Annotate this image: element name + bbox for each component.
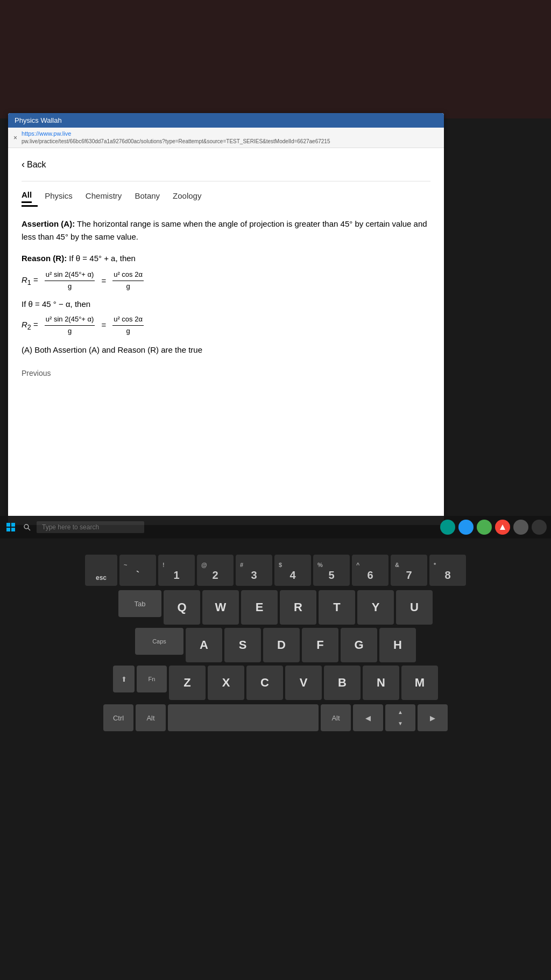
- arrow-down-icon: ▼: [398, 720, 403, 726]
- key-h[interactable]: H: [379, 628, 416, 662]
- r2-label: R2 =: [22, 318, 38, 333]
- r1-equals: =: [101, 275, 106, 288]
- key-arrow-up-down[interactable]: ▲ ▼: [385, 704, 415, 731]
- key-amp: &: [391, 562, 399, 568]
- r1-fraction2: u² cos 2α g: [112, 269, 144, 292]
- key-5-label: 5: [328, 569, 334, 582]
- assertion-title: Assertion (A):: [22, 219, 75, 228]
- key-arrow-left[interactable]: ◀: [353, 704, 383, 731]
- r2-fraction1: u² sin 2(45°+ α) g: [45, 314, 95, 337]
- key-at: @: [197, 562, 207, 568]
- key-f[interactable]: F: [302, 628, 338, 662]
- previous-label: Previous: [22, 369, 51, 377]
- key-space[interactable]: [168, 704, 319, 731]
- windows-icon[interactable]: [4, 521, 17, 534]
- key-ctrl[interactable]: Ctrl: [103, 704, 133, 731]
- key-q[interactable]: Q: [164, 590, 200, 625]
- url-bar: × https://www.pw.live pw.live/practice/t…: [8, 128, 444, 148]
- dark-background: [0, 0, 551, 118]
- r1-label: R1 =: [22, 274, 38, 288]
- key-7-label: 7: [406, 569, 412, 582]
- taskbar-right: [440, 520, 547, 535]
- key-d[interactable]: D: [263, 628, 300, 662]
- key-escape[interactable]: esc: [85, 555, 117, 586]
- key-n[interactable]: N: [363, 666, 399, 700]
- tab-zoology[interactable]: Zoology: [173, 191, 201, 202]
- assertion-text: The horizontal range is same when the an…: [22, 219, 427, 241]
- key-6[interactable]: ^ 6: [352, 555, 388, 586]
- key-caps[interactable]: Caps: [135, 628, 183, 655]
- r2-num1: u² sin 2(45°+ α): [45, 314, 95, 326]
- key-7[interactable]: & 7: [391, 555, 427, 586]
- key-z[interactable]: Z: [169, 666, 206, 700]
- key-4[interactable]: $ 4: [274, 555, 311, 586]
- fn-row: Ctrl Alt Alt ◀ ▲ ▼ ▶: [0, 704, 551, 731]
- reason-title: Reason (R):: [22, 254, 67, 263]
- taskbar-icon-red[interactable]: [495, 520, 510, 535]
- taskbar-search-input[interactable]: [37, 521, 144, 533]
- key-alt-right[interactable]: Alt: [321, 704, 351, 731]
- tab-botany[interactable]: Botany: [135, 191, 160, 202]
- key-5[interactable]: % 5: [313, 555, 350, 586]
- key-w[interactable]: W: [202, 590, 239, 625]
- key-shift-left[interactable]: ⬆: [113, 666, 135, 692]
- key-tab[interactable]: Tab: [118, 590, 161, 617]
- taskbar-icon-teal[interactable]: [440, 520, 455, 535]
- taskbar-icon-green[interactable]: [477, 520, 492, 535]
- key-x[interactable]: X: [208, 666, 244, 700]
- svg-rect-2: [6, 528, 10, 531]
- asdf-row: Caps A S D F G H: [0, 628, 551, 662]
- r2-den1: g: [67, 326, 73, 337]
- key-v[interactable]: V: [285, 666, 322, 700]
- key-y[interactable]: Y: [357, 590, 394, 625]
- back-label: Back: [27, 160, 46, 170]
- number-row: esc ~ ` ! 1 @ 2 # 3 $ 4 % 5 ^ 6 &: [0, 555, 551, 586]
- key-b[interactable]: B: [324, 666, 361, 700]
- key-3[interactable]: # 3: [236, 555, 272, 586]
- key-backtick-label: `: [136, 569, 140, 582]
- r2-equals: =: [101, 319, 106, 332]
- key-3-label: 3: [251, 569, 257, 582]
- key-m[interactable]: M: [401, 666, 438, 700]
- answer-line: (A) Both Assertion (A) and Reason (R) ar…: [22, 344, 430, 356]
- key-percent: %: [313, 562, 323, 568]
- key-8[interactable]: * 8: [429, 555, 466, 586]
- taskbar-icon-gray2[interactable]: [532, 520, 547, 535]
- taskbar-icon-gray1[interactable]: [513, 520, 528, 535]
- back-button[interactable]: ‹ Back: [22, 159, 430, 170]
- search-icon[interactable]: [20, 521, 33, 534]
- svg-rect-0: [6, 523, 10, 527]
- title-bar: Physics Wallah: [8, 113, 444, 128]
- svg-rect-1: [11, 523, 15, 527]
- r2-fraction2: u² cos 2α g: [112, 314, 144, 337]
- key-e[interactable]: E: [241, 590, 278, 625]
- key-arrow-right[interactable]: ▶: [418, 704, 448, 731]
- key-star: *: [429, 562, 436, 568]
- key-u[interactable]: U: [396, 590, 433, 625]
- tab-all[interactable]: All: [22, 190, 32, 203]
- chevron-left-icon: ‹: [22, 159, 25, 170]
- key-fn[interactable]: Fn: [137, 666, 167, 692]
- key-r[interactable]: R: [280, 590, 316, 625]
- divider: [22, 181, 430, 181]
- browser-window: Physics Wallah × https://www.pw.live pw.…: [8, 113, 444, 525]
- previous-button[interactable]: Previous: [22, 367, 51, 379]
- tab-physics[interactable]: Physics: [45, 191, 73, 202]
- key-a[interactable]: A: [186, 628, 222, 662]
- key-alt-left[interactable]: Alt: [136, 704, 166, 731]
- key-tilde-top: ~: [119, 562, 127, 568]
- tab-chemistry[interactable]: Chemistry: [86, 191, 122, 202]
- taskbar-icon-blue[interactable]: [458, 520, 474, 535]
- key-c[interactable]: C: [246, 666, 283, 700]
- key-s[interactable]: S: [224, 628, 261, 662]
- assertion-block: Assertion (A): The horizontal range is s…: [22, 218, 430, 243]
- key-tilde[interactable]: ~ `: [119, 555, 156, 586]
- key-2[interactable]: @ 2: [197, 555, 234, 586]
- key-hash: #: [236, 562, 243, 568]
- close-icon[interactable]: ×: [13, 134, 17, 142]
- key-t[interactable]: T: [319, 590, 355, 625]
- key-2-label: 2: [212, 569, 218, 582]
- key-1[interactable]: ! 1: [158, 555, 195, 586]
- key-g[interactable]: G: [341, 628, 377, 662]
- svg-point-4: [24, 524, 29, 529]
